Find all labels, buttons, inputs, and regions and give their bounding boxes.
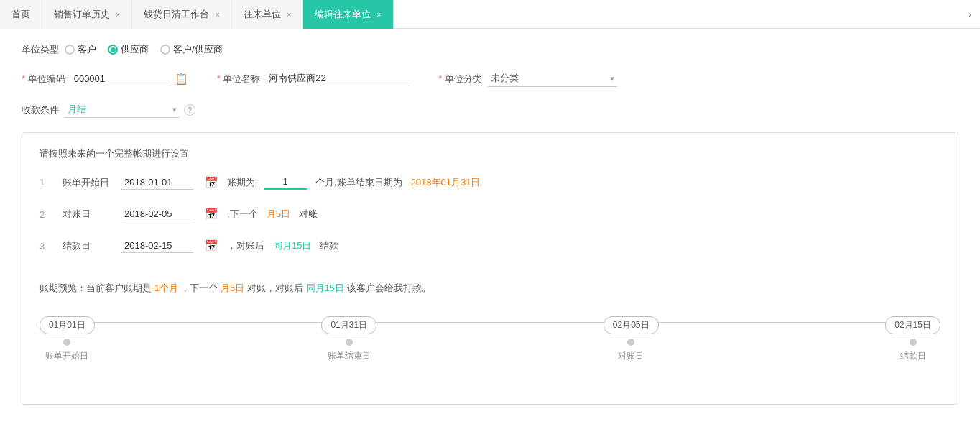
row-2-label: 对账日 xyxy=(63,208,113,221)
row-1-end-date: 2018年01月31日 xyxy=(411,176,481,189)
row-2-num: 2 xyxy=(40,209,54,220)
timeline-label-3: 对账日 xyxy=(618,350,644,362)
unit-code-icon[interactable]: 📋 xyxy=(175,73,188,86)
row-2-desc-pre: ,下一个 xyxy=(227,208,258,221)
tab-home-label: 首页 xyxy=(11,8,30,21)
section-title: 请按照未来的一个完整帐期进行设置 xyxy=(40,147,940,160)
timeline-node-4: 02月15日 结款日 xyxy=(885,316,940,362)
radio-customer-label: 客户 xyxy=(78,43,96,56)
timeline-label-4: 结款日 xyxy=(900,350,926,362)
radio-supplier[interactable]: 供应商 xyxy=(108,43,149,56)
timeline-node-2: 01月31日 账单结束日 xyxy=(321,316,376,362)
unit-type-row: 单位类型 客户 供应商 客户/供应商 xyxy=(22,43,958,56)
unit-class-field: 单位分类 未分类 ▾ xyxy=(438,70,617,87)
timeline-dot-1 xyxy=(63,339,70,346)
preview-part2-post: 对账，对账后 xyxy=(247,282,303,293)
tab-partner-label: 往来单位 xyxy=(244,8,281,21)
unit-class-value: 未分类 xyxy=(491,72,607,85)
payment-arrow-icon: ▾ xyxy=(172,105,177,114)
setting-section: 请按照未来的一个完整帐期进行设置 1 账单开始日 📅 账期为 个月,账单结束日期… xyxy=(22,132,958,405)
row-3-desc-pre: ，对账后 xyxy=(227,239,264,252)
timeline: 01月01日 账单开始日 01月31日 账单结束日 02月05日 对账日 xyxy=(40,309,940,384)
radio-supplier-label: 供应商 xyxy=(121,43,149,56)
payment-value: 月结 xyxy=(68,103,170,116)
tab-edit-partner-close[interactable]: × xyxy=(376,10,381,19)
timeline-badge-1: 01月01日 xyxy=(40,316,95,334)
tab-sales-history-label: 销售订单历史 xyxy=(54,8,110,21)
unit-code-input[interactable] xyxy=(71,72,172,86)
preview-part3-highlight: 同月15日 xyxy=(306,282,344,293)
radio-both-label: 客户/供应商 xyxy=(173,43,223,56)
tab-partner-close[interactable]: × xyxy=(287,10,291,19)
timeline-label-2: 账单结束日 xyxy=(328,350,371,362)
timeline-node-3: 02月05日 对账日 xyxy=(604,316,659,362)
preview-part3-post: 该客户会给我打款。 xyxy=(347,282,431,293)
payment-label: 收款条件 xyxy=(22,104,59,116)
row-1-suffix: 个月,账单结束日期为 xyxy=(315,176,402,189)
setting-row-2: 2 对账日 📅 ,下一个 月5日 对账 xyxy=(40,207,940,221)
unit-type-radio-group: 客户 供应商 客户/供应商 xyxy=(65,43,223,56)
unit-type-label: 单位类型 xyxy=(22,43,59,56)
radio-customer[interactable]: 客户 xyxy=(65,43,96,56)
tab-cash-work[interactable]: 钱货日清工作台 × xyxy=(132,0,231,29)
row-2-calendar-icon[interactable]: 📅 xyxy=(205,208,218,221)
tab-cash-work-close[interactable]: × xyxy=(215,10,219,19)
setting-row-1: 1 账单开始日 📅 账期为 个月,账单结束日期为 2018年01月31日 xyxy=(40,175,940,190)
unit-type-field: 单位类型 客户 供应商 客户/供应商 xyxy=(22,43,223,56)
payment-field: 收款条件 月结 ▾ ? xyxy=(22,101,195,118)
tab-edit-partner-label: 编辑往来单位 xyxy=(315,8,371,21)
timeline-node-1: 01月01日 账单开始日 xyxy=(40,316,95,362)
tab-partner[interactable]: 往来单位 × xyxy=(232,0,303,29)
unit-code-field: 单位编码 📋 xyxy=(22,72,188,86)
tab-bar: 首页 销售订单历史 × 钱货日清工作台 × 往来单位 × 编辑往来单位 × › xyxy=(0,0,980,29)
row-1-label: 账单开始日 xyxy=(63,176,113,189)
tab-sales-history-close[interactable]: × xyxy=(116,10,120,19)
preview-label: 账期预览：当前客户账期是 xyxy=(40,282,152,293)
row-3-date-input[interactable] xyxy=(121,239,193,253)
row-3-desc-post: 结款 xyxy=(320,239,338,252)
preview-section: 账期预览：当前客户账期是 1个月 ，下一个 月5日 对账，对账后 同月15日 该… xyxy=(40,270,940,390)
row-1-calendar-icon[interactable]: 📅 xyxy=(205,176,218,189)
row-3-label: 结款日 xyxy=(63,239,113,252)
tab-sales-history[interactable]: 销售订单历史 × xyxy=(42,0,132,29)
timeline-nodes: 01月01日 账单开始日 01月31日 账单结束日 02月05日 对账日 xyxy=(40,316,940,362)
row-3-highlight: 同月15日 xyxy=(273,239,311,252)
preview-text: 账期预览：当前客户账期是 1个月 ，下一个 月5日 对账，对账后 同月15日 该… xyxy=(40,282,940,295)
row-3-calendar-icon[interactable]: 📅 xyxy=(205,239,218,252)
row-1-date-input[interactable] xyxy=(121,175,193,190)
unit-name-input[interactable] xyxy=(266,72,410,86)
row-2-date-input[interactable] xyxy=(121,207,193,221)
unit-class-select[interactable]: 未分类 ▾ xyxy=(488,70,617,87)
radio-both[interactable]: 客户/供应商 xyxy=(160,43,223,56)
radio-supplier-circle xyxy=(108,45,118,55)
row-1-num: 1 xyxy=(40,177,54,188)
unit-code-label: 单位编码 xyxy=(22,73,65,86)
main-content: 单位类型 客户 供应商 客户/供应商 单位编码 📋 xyxy=(0,29,980,437)
row-2-desc-post: 对账 xyxy=(299,208,318,221)
timeline-label-1: 账单开始日 xyxy=(45,350,88,362)
timeline-badge-3: 02月05日 xyxy=(604,316,659,334)
row-3-num: 3 xyxy=(40,241,54,252)
timeline-badge-2: 01月31日 xyxy=(321,316,376,334)
tab-edit-partner[interactable]: 编辑往来单位 × xyxy=(303,0,393,29)
period-input[interactable] xyxy=(264,175,307,190)
timeline-dot-4 xyxy=(910,339,917,346)
preview-part2-highlight: 月5日 xyxy=(221,282,244,293)
unit-name-label: 单位名称 xyxy=(217,73,261,86)
preview-part1: 1个月 xyxy=(154,282,178,293)
preview-part2-pre: ，下一个 xyxy=(180,282,218,293)
tab-home[interactable]: 首页 xyxy=(0,0,42,29)
tab-more-button[interactable]: › xyxy=(959,8,980,21)
setting-row-3: 3 结款日 📅 ，对账后 同月15日 结款 xyxy=(40,239,940,253)
radio-both-circle xyxy=(160,45,170,55)
row-1-suffix-pre: 账期为 xyxy=(227,176,255,189)
unit-class-arrow-icon: ▾ xyxy=(610,74,614,83)
timeline-dot-3 xyxy=(627,339,634,346)
radio-customer-circle xyxy=(65,45,75,55)
tab-cash-work-label: 钱货日清工作台 xyxy=(144,8,209,21)
unit-name-field: 单位名称 xyxy=(217,72,410,86)
timeline-badge-4: 02月15日 xyxy=(885,316,940,334)
unit-class-label: 单位分类 xyxy=(438,73,482,86)
payment-select[interactable]: 月结 ▾ xyxy=(65,101,180,118)
payment-help-icon[interactable]: ? xyxy=(184,104,195,116)
